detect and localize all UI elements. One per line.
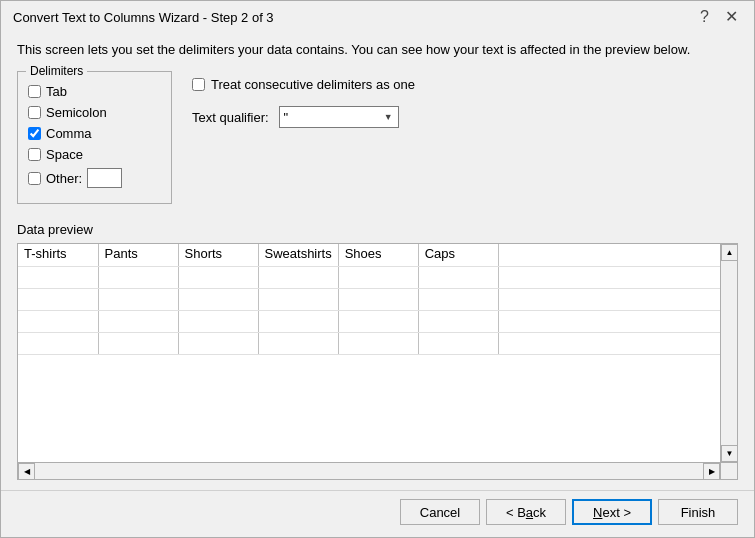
dialog-title: Convert Text to Columns Wizard - Step 2 … — [13, 10, 274, 25]
col-empty — [498, 244, 720, 266]
data-preview-section: Data preview ▲ ▼ ◀ ▶ T-sh — [17, 222, 738, 480]
tab-checkbox[interactable] — [28, 85, 41, 98]
qualifier-select-wrapper: " ' {none} — [279, 106, 399, 128]
title-bar: Convert Text to Columns Wizard - Step 2 … — [1, 1, 754, 31]
comma-label[interactable]: Comma — [46, 126, 92, 141]
cancel-button[interactable]: Cancel — [400, 499, 480, 525]
title-bar-controls: ? ✕ — [696, 9, 742, 25]
col-caps: Caps — [418, 244, 498, 266]
preview-table-container: ▲ ▼ ◀ ▶ T-shirts Pants Shorts — [17, 243, 738, 480]
scroll-left-arrow[interactable]: ◀ — [18, 463, 35, 480]
space-row: Space — [28, 147, 161, 162]
comma-checkbox[interactable] — [28, 127, 41, 140]
back-label: Back — [517, 505, 546, 520]
close-button[interactable]: ✕ — [721, 9, 742, 25]
scroll-down-arrow[interactable]: ▼ — [721, 445, 738, 462]
dialog: Convert Text to Columns Wizard - Step 2 … — [0, 0, 755, 538]
main-area: Delimiters Tab Semicolon Comma Space — [17, 71, 738, 204]
dialog-body: This screen lets you set the delimiters … — [1, 31, 754, 490]
horizontal-scrollbar: ◀ ▶ — [18, 462, 720, 479]
qualifier-select[interactable]: " ' {none} — [279, 106, 399, 128]
col-sweatshirts: Sweatshirts — [258, 244, 338, 266]
finish-button[interactable]: Finish — [658, 499, 738, 525]
other-row: Other: — [28, 168, 161, 188]
tab-label[interactable]: Tab — [46, 84, 67, 99]
tab-row: Tab — [28, 84, 161, 99]
qualifier-label: Text qualifier: — [192, 110, 269, 125]
semicolon-checkbox[interactable] — [28, 106, 41, 119]
preview-label: Data preview — [17, 222, 738, 237]
footer: Cancel < Back Next > Finish — [1, 490, 754, 537]
scroll-up-arrow[interactable]: ▲ — [721, 244, 738, 261]
scroll-right-arrow[interactable]: ▶ — [703, 463, 720, 480]
other-checkbox[interactable] — [28, 172, 41, 185]
description-text: This screen lets you set the delimiters … — [17, 41, 738, 59]
scrollbar-corner — [720, 462, 737, 479]
consecutive-checkbox[interactable] — [192, 78, 205, 91]
help-button[interactable]: ? — [696, 9, 713, 25]
col-tshirts: T-shirts — [18, 244, 98, 266]
consecutive-row: Treat consecutive delimiters as one — [192, 77, 738, 92]
next-button[interactable]: Next > — [572, 499, 652, 525]
space-label[interactable]: Space — [46, 147, 83, 162]
other-input[interactable] — [87, 168, 122, 188]
semicolon-row: Semicolon — [28, 105, 161, 120]
other-label[interactable]: Other: — [46, 171, 82, 186]
col-pants: Pants — [98, 244, 178, 266]
preview-table: T-shirts Pants Shorts Sweatshirts Shoes … — [18, 244, 720, 355]
comma-row: Comma — [28, 126, 161, 141]
back-button[interactable]: < Back — [486, 499, 566, 525]
table-row — [18, 288, 720, 310]
consecutive-label: Treat consecutive delimiters as one — [211, 77, 415, 92]
table-row — [18, 310, 720, 332]
space-checkbox[interactable] — [28, 148, 41, 161]
qualifier-row: Text qualifier: " ' {none} — [192, 106, 738, 128]
delimiters-group: Delimiters Tab Semicolon Comma Space — [17, 71, 172, 204]
table-header-row: T-shirts Pants Shorts Sweatshirts Shoes … — [18, 244, 720, 266]
delimiters-legend: Delimiters — [26, 64, 87, 78]
table-row — [18, 266, 720, 288]
right-options: Treat consecutive delimiters as one Text… — [192, 71, 738, 204]
col-shorts: Shorts — [178, 244, 258, 266]
semicolon-label[interactable]: Semicolon — [46, 105, 107, 120]
vertical-scrollbar: ▲ ▼ — [720, 244, 737, 462]
next-label: Next > — [593, 505, 631, 520]
col-shoes: Shoes — [338, 244, 418, 266]
table-row — [18, 332, 720, 354]
